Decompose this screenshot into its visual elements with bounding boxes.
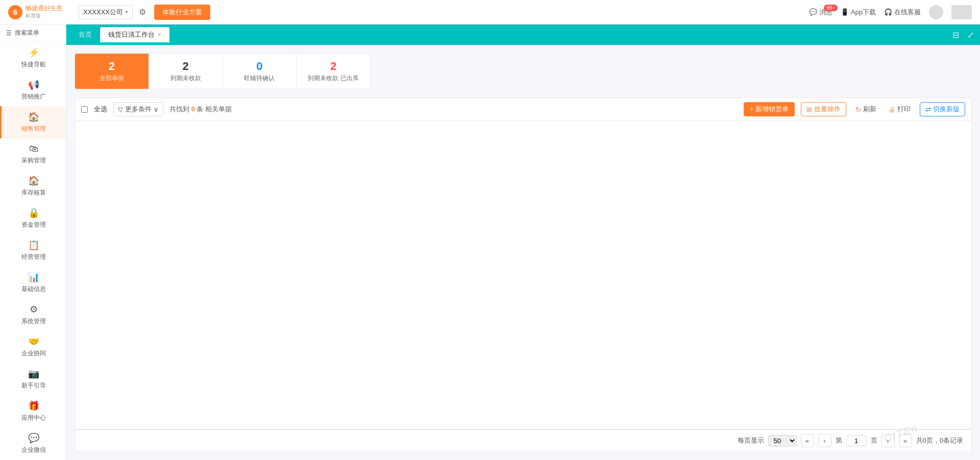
refresh-button[interactable]: ↻ 刷新 [852, 103, 879, 116]
stat-num-shipped: 2 [307, 60, 360, 73]
lightning-icon: ⚡ [28, 47, 39, 58]
stat-card-shipped[interactable]: 2 到期未收款 已出库 [297, 54, 370, 89]
headset-icon: 🎧 [884, 8, 892, 16]
app-download-button[interactable]: 📱 App下载 [841, 8, 876, 17]
sidebar-item-quick-nav[interactable]: ⚡ 快捷导航 [0, 42, 66, 74]
sidebar-item-operation[interactable]: 📋 经营管理 [0, 234, 66, 267]
sidebar-item-wechat[interactable]: 💬 企业微信 [0, 427, 66, 459]
add-sales-order-button[interactable]: + 新增销货单 [744, 102, 795, 116]
bag-icon: 🛍 [29, 143, 38, 154]
stat-card-pending[interactable]: 0 旺辅待确认 [223, 54, 297, 89]
select-all-checkbox[interactable] [81, 106, 88, 113]
sidebar-label-enterprise: 企业协同 [21, 349, 46, 358]
camera-icon: 📷 [28, 368, 39, 379]
message-icon: 💬 [809, 8, 817, 16]
sidebar-label-basic-info: 基础信息 [21, 285, 46, 294]
next-page-button[interactable]: › [881, 434, 895, 447]
logo-sub: 标普版 [26, 12, 62, 19]
stats-row: 2 全部单据 2 到期未收款 0 旺辅待确认 2 到期未收款 已出库 [75, 53, 371, 89]
app-download-label: App下载 [851, 8, 876, 17]
filter-button[interactable]: ▽ 更多条件 ∨ [113, 102, 163, 116]
table-icon: 📊 [28, 272, 39, 283]
settings-icon[interactable]: ⚙ [137, 5, 148, 19]
sidebar-item-basic-info[interactable]: 📊 基础信息 [0, 267, 66, 299]
sidebar-label-marketing: 营销推广 [21, 92, 46, 101]
sidebar-item-enterprise[interactable]: 🤝 企业协同 [0, 331, 66, 363]
sidebar-label-capital: 资金管理 [21, 221, 46, 229]
batch-operation-button[interactable]: ⊞ 批量操作 [801, 102, 846, 116]
page-suffix: 页 [871, 436, 877, 445]
sidebar-item-capital[interactable]: 🔒 资金管理 [0, 202, 66, 234]
minimize-icon[interactable]: ⊟ [950, 29, 961, 41]
stat-card-overdue[interactable]: 2 到期未收款 [149, 54, 223, 89]
sidebar-item-newbie[interactable]: 📷 新手引导 [0, 363, 66, 395]
megaphone-icon: 📢 [28, 79, 39, 90]
stat-card-all[interactable]: 2 全部单据 [75, 54, 149, 89]
company-selector[interactable]: XXXXXX公司 ▾ [79, 5, 133, 19]
tab-bar-actions: ⊟ ⤢ [950, 29, 976, 41]
total-records: 共0页，0条记录 [916, 436, 963, 445]
stat-label-pending: 旺辅待确认 [233, 74, 286, 83]
filter-label: 更多条件 [125, 105, 152, 114]
sidebar-label-newbie: 新手引导 [21, 381, 46, 390]
wechat-icon: 💬 [28, 432, 39, 444]
tab-bar: 首页 钱货日清工作台 × ⊟ ⤢ [66, 25, 980, 45]
sidebar-label-wechat: 企业微信 [21, 446, 46, 454]
sidebar-item-app-center[interactable]: 🎁 应用中心 [0, 395, 66, 427]
page-input[interactable] [846, 435, 867, 446]
logo-name: 畅捷通好生意 [26, 5, 62, 13]
main-layout: ☰ 搜索菜单 ⚡ 快捷导航 📢 营销推广 🏠 销售管理 🛍 采购管理 🏠 库存核… [0, 25, 980, 460]
last-page-button[interactable]: » [899, 434, 912, 447]
page-label: 第 [836, 436, 842, 445]
search-label: 搜索菜单 [15, 29, 39, 37]
tab-home[interactable]: 首页 [70, 27, 100, 42]
sidebar-label-quick-nav: 快捷导航 [21, 60, 46, 69]
trial-button[interactable]: 体验行业方案 [154, 5, 210, 20]
print-label: 打印 [897, 105, 911, 114]
first-page-button[interactable]: « [801, 434, 814, 447]
header-right: 💬 消息 99+ 📱 App下载 🎧 在线客服 [809, 5, 972, 19]
print-button[interactable]: 🖨 打印 [886, 103, 914, 116]
user-name-placeholder [951, 5, 972, 19]
message-button[interactable]: 💬 消息 99+ [809, 8, 832, 17]
tab-work-bench[interactable]: 钱货日清工作台 × [100, 27, 169, 42]
chevron-down-icon: ▾ [125, 9, 128, 15]
gift-icon: 🎁 [28, 400, 39, 411]
per-page-select[interactable]: 50 100 200 [768, 435, 797, 447]
grid-icon: ⊞ [806, 106, 812, 113]
sidebar-label-system: 系统管理 [21, 317, 46, 326]
stat-label-shipped: 到期未收款 已出库 [307, 74, 360, 83]
message-badge: 99+ [824, 5, 838, 11]
prev-page-button[interactable]: ‹ [818, 434, 831, 447]
inventory-icon: 🏠 [28, 175, 39, 186]
sidebar-item-inventory[interactable]: 🏠 库存核算 [0, 170, 66, 202]
online-service-button[interactable]: 🎧 在线客服 [884, 8, 921, 17]
switch-icon: ⇄ [925, 106, 931, 113]
main-content: 首页 钱货日清工作台 × ⊟ ⤢ 2 全部单据 2 到期未收款 [66, 25, 980, 460]
stat-label-overdue: 到期未收款 [159, 74, 212, 83]
tab-close-icon[interactable]: × [158, 31, 161, 38]
toolbar: 全选 ▽ 更多条件 ∨ 共找到 0 条 相关单据 + 新增销货单 ⊞ 批量操作 [75, 98, 972, 121]
sidebar-label-sales: 销售管理 [21, 125, 46, 133]
sidebar-label-operation: 经营管理 [21, 253, 46, 261]
filter-arrow-icon: ∨ [154, 106, 159, 113]
toolbar-right: + 新增销货单 ⊞ 批量操作 ↻ 刷新 🖨 打印 ⇄ [744, 102, 965, 116]
sidebar-item-marketing[interactable]: 📢 营销推广 [0, 74, 66, 106]
sidebar-item-purchase[interactable]: 🛍 采购管理 [0, 138, 66, 170]
sidebar: ☰ 搜索菜单 ⚡ 快捷导航 📢 营销推广 🏠 销售管理 🛍 采购管理 🏠 库存核… [0, 25, 66, 460]
batch-label: 批量操作 [814, 105, 841, 114]
logo-icon: 6 [8, 5, 22, 19]
sidebar-item-system[interactable]: ⚙ 系统管理 [0, 299, 66, 331]
maximize-icon[interactable]: ⤢ [965, 29, 976, 41]
search-icon: ☰ [6, 30, 12, 37]
stat-num-pending: 0 [233, 60, 286, 73]
sidebar-item-sales[interactable]: 🏠 销售管理 [0, 106, 66, 138]
logo-text-group: 畅捷通好生意 标普版 [26, 5, 62, 20]
avatar[interactable] [929, 5, 943, 19]
stat-num-all: 2 [85, 60, 138, 73]
lock-icon: 🔒 [28, 207, 39, 219]
switch-version-button[interactable]: ⇄ 切换新版 [920, 102, 965, 116]
sidebar-item-search[interactable]: ☰ 搜索菜单 [0, 25, 66, 42]
company-name: XXXXXX公司 [83, 8, 123, 17]
stat-num-overdue: 2 [159, 60, 212, 73]
